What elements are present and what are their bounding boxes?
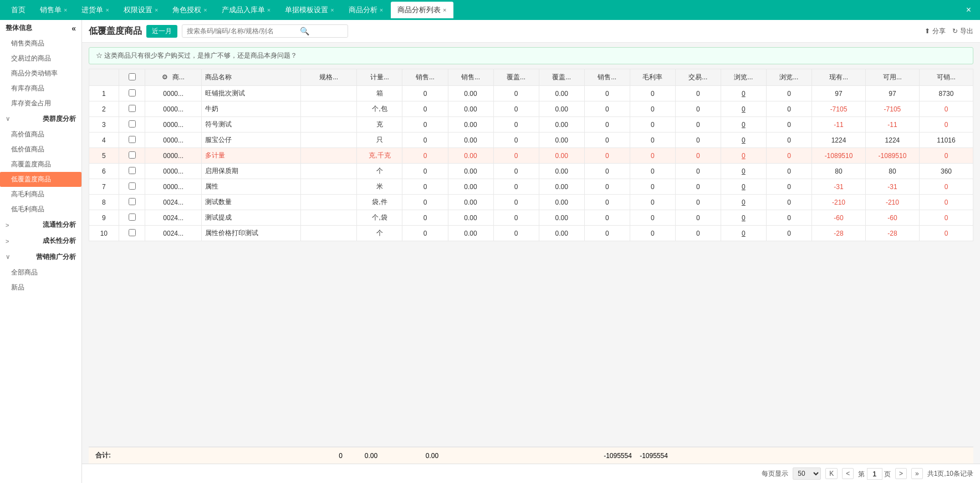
row-browse1[interactable]: 0 bbox=[721, 210, 766, 226]
nav-tab-analysis[interactable]: 商品分析 × bbox=[342, 2, 390, 18]
search-input[interactable] bbox=[187, 27, 298, 35]
sidebar-item-all-goods[interactable]: 全部商品 bbox=[0, 265, 81, 280]
close-icon[interactable]: × bbox=[267, 7, 270, 13]
col-name-header[interactable]: 商品名称 bbox=[201, 69, 300, 86]
sidebar-item-low-coverage[interactable]: 低覆盖度商品 bbox=[0, 172, 81, 187]
row-browse1[interactable]: 0 bbox=[721, 148, 766, 164]
sidebar-item-in-stock[interactable]: 有库存商品 bbox=[0, 81, 81, 96]
col-cover1-header[interactable]: 覆盖... bbox=[493, 69, 539, 86]
row-checkbox[interactable] bbox=[119, 101, 145, 117]
sidebar-item-high-value[interactable]: 高价值商品 bbox=[0, 127, 81, 142]
row-checkbox[interactable] bbox=[119, 86, 145, 101]
col-spec-header[interactable]: 规格... bbox=[300, 69, 356, 86]
row-code: 0000... bbox=[145, 101, 201, 117]
window-close-button[interactable]: × bbox=[962, 3, 976, 17]
close-icon[interactable]: × bbox=[380, 7, 383, 13]
sidebar-item-new-goods[interactable]: 新品 bbox=[0, 280, 81, 295]
row-browse1[interactable]: 0 bbox=[721, 117, 766, 133]
nav-tab-purchase[interactable]: 进货单 × bbox=[75, 2, 115, 18]
sidebar-section-cluster[interactable]: ∨ 类群度分析 bbox=[0, 111, 81, 127]
row-select-checkbox[interactable] bbox=[129, 105, 136, 112]
data-table: ⚙ 商... 商品名称 规格... 计量... 销售... 销售... 覆盖..… bbox=[89, 69, 973, 241]
collapse-icon[interactable]: « bbox=[72, 24, 76, 33]
col-stock2-header[interactable]: 可用... bbox=[865, 69, 919, 86]
row-checkbox[interactable] bbox=[119, 164, 145, 179]
row-browse1[interactable]: 0 bbox=[721, 179, 766, 195]
col-browse1-header[interactable]: 浏览... bbox=[721, 69, 766, 86]
sidebar-section-liquidity[interactable]: > 流通性分析 bbox=[0, 217, 81, 233]
time-filter-button[interactable]: 近一月 bbox=[146, 25, 177, 38]
row-checkbox[interactable] bbox=[119, 179, 145, 195]
sidebar-section-growth[interactable]: > 成长性分析 bbox=[0, 233, 81, 249]
row-browse1[interactable]: 0 bbox=[721, 133, 766, 148]
col-cover2-header[interactable]: 覆盖... bbox=[539, 69, 584, 86]
col-browse2-header[interactable]: 浏览... bbox=[766, 69, 811, 86]
last-page-button[interactable]: » bbox=[911, 468, 923, 479]
close-icon[interactable]: × bbox=[64, 7, 67, 13]
close-icon[interactable]: × bbox=[203, 7, 207, 13]
nav-tab-permissions[interactable]: 权限设置 × bbox=[117, 2, 165, 18]
col-sellable-header[interactable]: 可销... bbox=[919, 69, 973, 86]
row-checkbox[interactable] bbox=[119, 148, 145, 164]
sidebar-item-traded-goods[interactable]: 交易过的商品 bbox=[0, 51, 81, 66]
row-browse1[interactable]: 0 bbox=[721, 195, 766, 210]
row-checkbox[interactable] bbox=[119, 210, 145, 226]
page-number-input[interactable] bbox=[867, 468, 882, 480]
next-page-button[interactable]: > bbox=[895, 468, 907, 479]
row-browse1[interactable]: 0 bbox=[721, 101, 766, 117]
row-sales3: 0 bbox=[584, 86, 630, 101]
sidebar-item-high-margin[interactable]: 高毛利商品 bbox=[0, 187, 81, 202]
row-checkbox[interactable] bbox=[119, 117, 145, 133]
row-select-checkbox[interactable] bbox=[129, 182, 136, 190]
close-icon[interactable]: × bbox=[443, 7, 446, 13]
nav-tab-roles[interactable]: 角色授权 × bbox=[166, 2, 213, 18]
row-select-checkbox[interactable] bbox=[129, 89, 136, 96]
sidebar-item-stock-funds[interactable]: 库存资金占用 bbox=[0, 96, 81, 111]
row-select-checkbox[interactable] bbox=[129, 136, 136, 143]
col-gross-header[interactable]: 毛利率 bbox=[630, 69, 675, 86]
row-select-checkbox[interactable] bbox=[129, 229, 136, 236]
row-browse1[interactable]: 0 bbox=[721, 86, 766, 101]
nav-tab-home[interactable]: 首页 bbox=[4, 2, 32, 18]
sidebar-item-low-margin[interactable]: 低毛利商品 bbox=[0, 202, 81, 217]
prev-page-button[interactable]: < bbox=[842, 468, 854, 479]
sidebar-item-low-value[interactable]: 低价值商品 bbox=[0, 142, 81, 157]
col-stock1-header[interactable]: 现有... bbox=[812, 69, 866, 86]
col-sales1-header[interactable]: 销售... bbox=[402, 69, 448, 86]
col-unit-header[interactable]: 计量... bbox=[357, 69, 402, 86]
row-select-checkbox[interactable] bbox=[129, 213, 136, 221]
sidebar-item-high-coverage[interactable]: 高覆盖度商品 bbox=[0, 157, 81, 172]
col-code-header[interactable]: ⚙ 商... bbox=[145, 69, 201, 86]
col-checkbox-header[interactable] bbox=[119, 69, 145, 86]
select-all-checkbox[interactable] bbox=[129, 73, 136, 80]
nav-tab-template[interactable]: 单据模板设置 × bbox=[278, 2, 340, 18]
col-sales2-header[interactable]: 销售... bbox=[448, 69, 493, 86]
close-icon[interactable]: × bbox=[155, 7, 158, 13]
nav-tab-products-in[interactable]: 产成品入库单 × bbox=[215, 2, 277, 18]
row-checkbox[interactable] bbox=[119, 226, 145, 241]
row-browse1[interactable]: 0 bbox=[721, 164, 766, 179]
sidebar-item-category-sales-rate[interactable]: 商品分类动销率 bbox=[0, 66, 81, 81]
sidebar-item-sales-goods[interactable]: 销售类商品 bbox=[0, 36, 81, 51]
search-icon[interactable]: 🔍 bbox=[300, 27, 309, 35]
nav-tab-analysis-list[interactable]: 商品分析列表 × bbox=[391, 2, 453, 18]
close-icon[interactable]: × bbox=[330, 7, 334, 13]
row-checkbox[interactable] bbox=[119, 195, 145, 210]
sidebar-section-marketing[interactable]: ∨ 营销推广分析 bbox=[0, 249, 81, 265]
share-button[interactable]: ⬆ 分享 bbox=[925, 27, 946, 36]
row-select-checkbox[interactable] bbox=[129, 198, 136, 205]
row-checkbox[interactable] bbox=[119, 133, 145, 148]
row-browse1[interactable]: 0 bbox=[721, 226, 766, 241]
settings-icon[interactable]: ⚙ bbox=[162, 73, 168, 81]
col-sales3-header[interactable]: 销售... bbox=[584, 69, 630, 86]
row-select-checkbox[interactable] bbox=[129, 151, 136, 159]
first-page-button[interactable]: K bbox=[825, 468, 838, 479]
sidebar-section-overview[interactable]: 整体信息 « bbox=[0, 20, 81, 36]
row-select-checkbox[interactable] bbox=[129, 120, 136, 128]
col-trade-header[interactable]: 交易... bbox=[675, 69, 721, 86]
export-button[interactable]: ↻ 导出 bbox=[952, 27, 973, 36]
per-page-select[interactable]: 50 100 bbox=[793, 467, 821, 480]
row-select-checkbox[interactable] bbox=[129, 167, 136, 174]
close-icon[interactable]: × bbox=[105, 7, 109, 13]
nav-tab-sales[interactable]: 销售单 × bbox=[33, 2, 74, 18]
